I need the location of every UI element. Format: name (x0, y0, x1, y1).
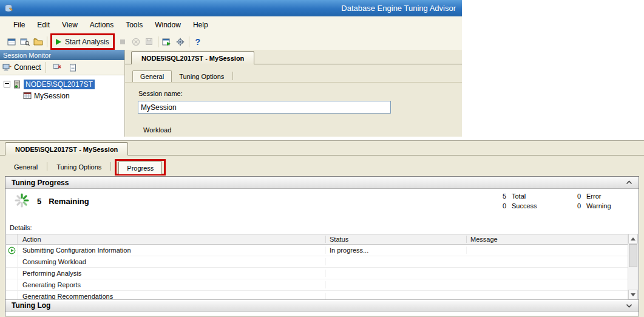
header-icon-column (6, 234, 18, 244)
dta-main-window: Database Engine Tuning Advisor File Edit… (0, 0, 462, 137)
toolbar-separator (189, 36, 189, 47)
stat-warning: 0 Warning (575, 202, 611, 210)
progress-spinner-icon (14, 193, 30, 211)
connect-icon (2, 64, 12, 72)
tree-session-label: MySession (34, 92, 70, 100)
annotation-highlight-start-analysis: Start Analysis (50, 33, 115, 50)
document-tab-label: NODE5\SQL2017ST - MySession (15, 146, 118, 153)
details-table: Action Status Message Submitting Configu… (6, 234, 638, 299)
progress-page: Tuning Progress (5, 176, 639, 316)
open-session-icon[interactable] (32, 35, 45, 49)
tab-progress[interactable]: Progress (118, 162, 162, 174)
main-toolbar: Start Analysis ? (0, 33, 462, 50)
document-tab[interactable]: NODE5\SQL2017ST - MySession (131, 51, 254, 64)
main-body: Session Monitor Connect (0, 50, 462, 137)
scroll-up-icon[interactable] (628, 234, 638, 244)
stat-total: 5 Total (500, 193, 526, 200)
menu-bar: File Edit View Actions Tools Window Help (0, 16, 462, 34)
details-label: Details: (10, 224, 32, 231)
tab-separator (232, 72, 233, 80)
tab-general[interactable]: General (6, 161, 46, 173)
collapse-section-icon[interactable] (626, 180, 632, 185)
table-header-row: Action Status Message (6, 234, 638, 245)
session-icon (23, 92, 32, 100)
start-analysis-label: Start Analysis (65, 38, 109, 46)
tabstrip-divider (125, 82, 462, 83)
stat-error: 0 Error (575, 193, 601, 200)
table-scrollbar[interactable] (628, 234, 638, 299)
start-analysis-icon (56, 39, 61, 45)
tree-collapse-icon[interactable] (4, 81, 10, 87)
tab-tuning-options[interactable]: Tuning Options (49, 161, 109, 173)
session-monitor-panel: Session Monitor Connect (0, 50, 125, 137)
session-monitor-title: Session Monitor (3, 52, 51, 59)
menu-actions[interactable]: Actions (84, 19, 120, 31)
window-title: Database Engine Tuning Advisor (341, 4, 462, 13)
scrollbar-thumb[interactable] (629, 244, 637, 267)
page-tabs: General Tuning Options Progress (6, 159, 168, 173)
import-workload-icon[interactable] (160, 35, 174, 49)
tab-separator (47, 162, 47, 171)
table-row[interactable]: Generating Reports (6, 279, 638, 291)
table-row[interactable]: Consuming Workload (6, 256, 638, 268)
document-tab[interactable]: NODE5\SQL2017ST - MySession (5, 142, 128, 155)
tab-separator (110, 162, 111, 171)
menu-tools[interactable]: Tools (120, 19, 149, 31)
table-row[interactable]: Submitting Configuration Information In … (6, 245, 638, 256)
refresh-session-icon[interactable] (66, 61, 80, 74)
app-icon (4, 4, 13, 13)
header-action[interactable]: Action (18, 236, 326, 243)
tuning-progress-section-header[interactable]: Tuning Progress (5, 177, 639, 189)
menu-window[interactable]: Window (149, 19, 187, 31)
tab-general[interactable]: General (132, 70, 172, 82)
tree-node-session[interactable]: MySession (0, 90, 124, 101)
tuning-log-title: Tuning Log (12, 301, 50, 310)
cancel-session-icon[interactable] (129, 35, 143, 49)
remaining-value: 5 (37, 197, 41, 206)
expand-section-icon[interactable] (626, 304, 632, 308)
table-row[interactable]: Performing Analysis (6, 268, 638, 279)
toolbar-separator (46, 62, 46, 73)
screenshot-root: Database Engine Tuning Advisor File Edit… (0, 0, 644, 317)
help-icon[interactable]: ? (191, 35, 205, 49)
annotation-highlight-progress-tab: Progress (115, 159, 166, 176)
tree-node-server[interactable]: NODE5\SQL2017ST (0, 78, 124, 90)
remaining-counter: 5 Remaining (37, 197, 89, 206)
toolbar-separator (158, 36, 158, 47)
menu-file[interactable]: File (7, 19, 31, 31)
connect-button[interactable]: Connect (2, 63, 41, 72)
session-monitor-toolbar: Connect (0, 60, 124, 75)
session-name-label: Session name: (138, 90, 183, 97)
stop-analysis-icon[interactable] (116, 35, 129, 49)
clone-session-icon[interactable] (143, 35, 156, 49)
scroll-down-icon[interactable] (628, 290, 638, 299)
session-tree: NODE5\SQL2017ST MySession (0, 75, 124, 137)
menu-view[interactable]: View (56, 19, 84, 31)
session-name-input[interactable] (138, 101, 391, 114)
session-monitor-header[interactable]: Session Monitor (0, 50, 124, 60)
document-tab-label: NODE5\SQL2017ST - MySession (141, 55, 244, 62)
new-session-icon[interactable] (5, 35, 18, 49)
document-pane: NODE5\SQL2017ST - MySession General Tuni… (125, 50, 462, 137)
stat-success: 0 Success (500, 202, 537, 210)
header-status[interactable]: Status (326, 236, 467, 243)
view-reports-icon[interactable] (18, 35, 32, 49)
tools-options-icon[interactable] (174, 35, 187, 49)
start-analysis-button[interactable]: Start Analysis (56, 38, 109, 46)
workload-group-label: Workload (143, 126, 171, 134)
connect-label: Connect (14, 63, 41, 72)
stop-session-icon[interactable] (50, 61, 64, 74)
menu-edit[interactable]: Edit (31, 19, 56, 31)
menu-help[interactable]: Help (187, 19, 214, 31)
titlebar[interactable]: Database Engine Tuning Advisor (0, 0, 462, 16)
page-tabs: General Tuning Options (132, 69, 234, 82)
tab-tuning-options[interactable]: Tuning Options (172, 71, 231, 82)
tuning-log-section-header[interactable]: Tuning Log (5, 299, 639, 312)
remaining-label: Remaining (49, 197, 89, 206)
toolbar-separator (47, 36, 47, 47)
tuning-progress-title: Tuning Progress (12, 179, 69, 187)
header-message[interactable]: Message (467, 236, 638, 243)
server-icon (13, 80, 21, 89)
progress-panel: NODE5\SQL2017ST - MySession General Tuni… (0, 140, 644, 317)
in-progress-icon (6, 245, 18, 256)
